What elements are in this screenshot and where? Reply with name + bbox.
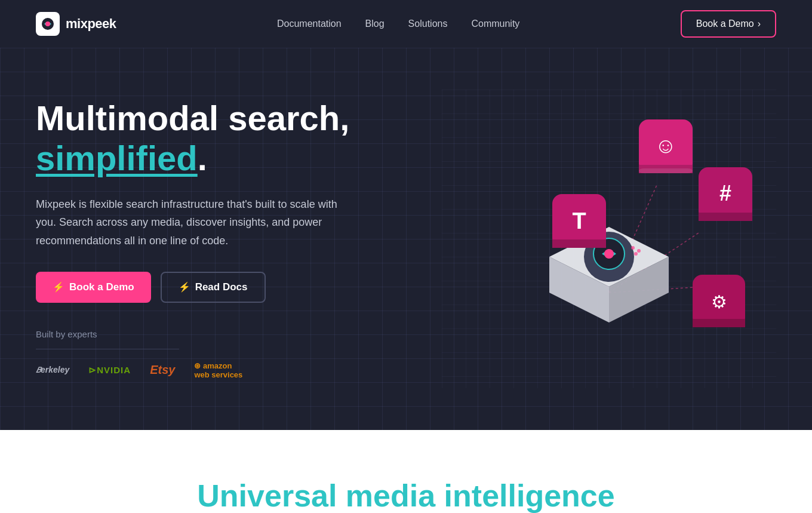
hero-title-colored: simplified: [36, 139, 198, 177]
hero-description: Mixpeek is flexible search infrastructur…: [36, 195, 346, 250]
section-two-title: Universal media intelligence: [36, 478, 776, 513]
hero-visual: ☺ # T ⚙: [442, 90, 776, 388]
lightning-icon-secondary: ⚡: [179, 281, 190, 293]
svg-text:T: T: [572, 208, 586, 234]
hero-title-rest: .: [198, 139, 207, 177]
hero-title-line1: Multimodal search,: [36, 99, 349, 137]
nav-book-demo-label: Book a Demo: [696, 19, 754, 29]
nav-item-blog[interactable]: Blog: [365, 19, 385, 29]
hero-content: Multimodal search, simplified. Mixpeek i…: [36, 99, 349, 379]
berkeley-logo: 𝘉erkeley: [36, 365, 69, 375]
svg-point-13: [604, 249, 614, 259]
svg-point-14: [631, 246, 635, 250]
nav-item-community[interactable]: Community: [471, 19, 519, 29]
hero-title: Multimodal search, simplified.: [36, 99, 349, 178]
svg-rect-19: [639, 168, 693, 173]
section-two: Universal media intelligence Find anythi…: [0, 430, 812, 513]
book-demo-label: Book a Demo: [69, 281, 134, 293]
aws-logo: ⊛ amazonweb services: [194, 361, 242, 379]
hero-buttons: ⚡ Book a Demo ⚡ Read Docs: [36, 272, 349, 303]
nvidia-logo: ⊳NVIDIA: [88, 365, 131, 376]
nav-links: Documentation Blog Solutions Community: [277, 19, 519, 29]
svg-point-2: [45, 21, 50, 26]
svg-rect-25: [552, 239, 606, 248]
svg-text:⚙: ⚙: [711, 292, 727, 312]
svg-point-16: [634, 252, 638, 256]
built-by-section: Built by experts 𝘉erkeley ⊳NVIDIA Etsy ⊛…: [36, 329, 349, 379]
built-by-label: Built by experts: [36, 329, 349, 339]
logo-icon: [36, 12, 60, 36]
svg-text:#: #: [719, 181, 731, 205]
logo-text: mixpeek: [66, 16, 116, 32]
navbar: mixpeek Documentation Blog Solutions Com…: [0, 0, 812, 48]
nav-book-demo-arrow: ›: [758, 19, 761, 29]
nav-item-documentation[interactable]: Documentation: [277, 19, 342, 29]
nav-book-demo-button[interactable]: Book a Demo ›: [681, 10, 776, 38]
svg-point-15: [637, 249, 641, 253]
svg-rect-28: [693, 319, 745, 327]
hero-illustration: ☺ # T ⚙: [442, 90, 776, 388]
nav-item-solutions[interactable]: Solutions: [408, 19, 448, 29]
logo[interactable]: mixpeek: [36, 12, 116, 36]
read-docs-button[interactable]: ⚡ Read Docs: [161, 272, 266, 303]
etsy-logo: Etsy: [150, 363, 175, 377]
lightning-icon-primary: ⚡: [53, 281, 64, 293]
logos-row: 𝘉erkeley ⊳NVIDIA Etsy ⊛ amazonweb servic…: [36, 361, 349, 379]
hero-section: Multimodal search, simplified. Mixpeek i…: [0, 48, 812, 430]
built-by-divider: [36, 349, 179, 349]
svg-rect-22: [699, 213, 752, 221]
book-demo-button[interactable]: ⚡ Book a Demo: [36, 272, 151, 303]
svg-text:☺: ☺: [655, 133, 677, 158]
read-docs-label: Read Docs: [195, 281, 248, 293]
